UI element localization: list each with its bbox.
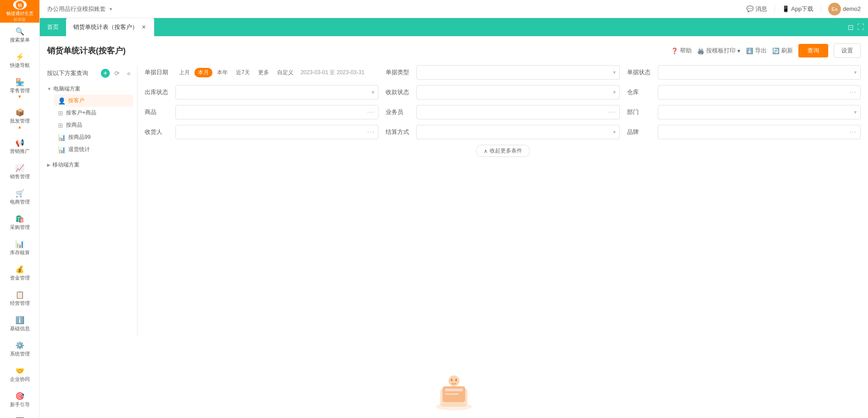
goods-control[interactable]: ··· <box>175 105 378 119</box>
sidebar-item-quicknav[interactable]: ⚡ 快捷导航 <box>0 48 39 73</box>
payment-status-arrow: ▾ <box>613 89 616 95</box>
sidebar-item-appcenter[interactable]: 🔲 应用中心 <box>0 413 39 418</box>
scheme-item-goods99[interactable]: 📊 按商品99 <box>54 131 133 143</box>
tab-maximize-icon[interactable]: ⛶ <box>857 23 864 31</box>
scheme-item-customer-goods[interactable]: ⊞ 按客户+商品 <box>54 107 133 119</box>
app-download-label: App下载 <box>791 5 813 13</box>
refresh-button[interactable]: 🔄 刷新 <box>772 47 793 55</box>
refresh-icon: 🔄 <box>772 48 779 54</box>
settings-button[interactable]: 设置 <box>834 43 861 58</box>
scheme-add-button[interactable]: + <box>101 69 110 78</box>
date-tab-thisyear[interactable]: 本年 <box>213 68 231 77</box>
scheme-refresh-button[interactable]: ⟳ <box>113 69 122 78</box>
warehouse-label: 仓库 <box>627 88 654 96</box>
help-label: 帮助 <box>680 47 692 55</box>
date-tab-more[interactable]: 更多 <box>255 68 273 77</box>
filter-settlement: 结算方式 ▾ <box>386 125 619 139</box>
out-status-control[interactable]: ▾ <box>175 85 378 100</box>
receiver-control[interactable]: ··· <box>175 125 378 139</box>
date-tab-custom[interactable]: 自定义 <box>274 68 297 77</box>
sidebar-item-ecommerce[interactable]: 🛒 电商管理 <box>0 185 39 210</box>
filter-row-4: 收货人 ··· 结算方式 ▾ <box>145 125 861 139</box>
warehouse-control[interactable]: ··· <box>658 85 861 100</box>
doc-type-control[interactable]: ▾ <box>416 65 619 80</box>
print-dropdown-icon[interactable]: ▾ <box>737 48 741 54</box>
sidebar-label-inventory: 库存核算 <box>10 249 30 256</box>
sidebar-item-retail[interactable]: 🏪 零售管理 ▼ <box>0 73 39 104</box>
doc-status-arrow: ▾ <box>854 69 857 76</box>
collapse-button[interactable]: ∧ 收起更多条件 <box>476 145 530 157</box>
scheme-item-return[interactable]: 📊 退货统计 <box>54 143 133 156</box>
settlement-label: 结算方式 <box>386 128 413 136</box>
print-icon: 🖨️ <box>697 48 704 54</box>
date-tab-lastmonth[interactable]: 上月 <box>175 68 193 77</box>
message-button[interactable]: 💬 消息 <box>746 5 767 13</box>
sidebar-item-finance[interactable]: 💰 资金管理 <box>0 261 39 286</box>
staff-control[interactable]: ··· <box>416 105 619 119</box>
sidebar-item-wholesale[interactable]: 📦 批发管理 ▲ <box>0 104 39 134</box>
mobile-group-expand-icon: ▶ <box>47 162 51 167</box>
tab-close-icon[interactable]: ✕ <box>141 24 147 30</box>
export-button[interactable]: ⬇️ 导出 <box>746 47 767 55</box>
dept-arrow: ▾ <box>854 109 857 115</box>
search-icon: 🔍 <box>15 27 24 36</box>
sidebar-item-search[interactable]: 🔍 搜索菜单 <box>0 23 39 48</box>
app-download-button[interactable]: 📱 App下载 <box>782 5 813 13</box>
collab-icon: 🤝 <box>15 366 24 375</box>
sidebar-item-marketing[interactable]: 📢 营销推广 <box>0 134 39 159</box>
scheme-group-desktop-title[interactable]: ▼ 电脑端方案 <box>47 83 133 95</box>
sidebar-item-inventory[interactable]: 📊 库存核算 <box>0 235 39 261</box>
scheme-group-desktop: ▼ 电脑端方案 👤 按客户 ⊞ 按客户+商品 <box>47 83 133 156</box>
scheme-item-customer[interactable]: 👤 按客户 <box>54 95 133 107</box>
doc-status-control[interactable]: ▾ <box>658 65 861 80</box>
scheme-item-goods[interactable]: ⊞ 按商品 <box>54 119 133 131</box>
date-filter-label: 单据日期 <box>145 68 172 76</box>
sidebar-item-basic[interactable]: ℹ️ 基础信息 <box>0 311 39 337</box>
app-logo: 畅 畅捷通好生意 标准版 <box>0 0 40 23</box>
sidebar-item-purchase[interactable]: 🛍️ 采购管理 <box>0 210 39 235</box>
home-tab-label: 首页 <box>47 23 59 31</box>
payment-status-control[interactable]: ▾ <box>416 85 619 100</box>
sidebar-label-operation: 经营管理 <box>10 300 30 307</box>
sidebar-item-system[interactable]: ⚙️ 系统管理 <box>0 337 39 362</box>
date-tab-7days[interactable]: 近7天 <box>232 68 254 77</box>
return-scheme-label: 退货统计 <box>68 146 90 153</box>
out-status-label: 出库状态 <box>145 88 172 96</box>
export-label: 导出 <box>755 47 767 55</box>
settlement-control[interactable]: ▾ <box>416 125 619 139</box>
scheme-group-mobile-title[interactable]: ▶ 移动端方案 <box>47 159 133 171</box>
user-menu[interactable]: Ea demo2 <box>828 3 861 15</box>
svg-point-8 <box>451 379 453 381</box>
sidebar-label-purchase: 采购管理 <box>10 224 30 231</box>
filter-out-status: 出库状态 ▾ <box>145 85 378 100</box>
customer-scheme-icon: 👤 <box>58 97 66 104</box>
tab-minimize-icon[interactable]: ⊡ <box>848 23 854 32</box>
goods-dots: ··· <box>367 108 374 116</box>
tab-sales-stat[interactable]: 销货单统计表（按客户） ✕ <box>66 18 154 36</box>
message-icon: 💬 <box>746 5 754 12</box>
main-content: 办公用品行业模拟账套 ▾ 💬 消息 📱 App下载 Ea demo2 <box>40 0 868 418</box>
filter-dept: 部门 ▾ <box>627 105 861 119</box>
brand-control[interactable]: ··· <box>658 125 861 139</box>
operation-icon: 📋 <box>15 290 24 299</box>
return-scheme-icon: 📊 <box>58 146 66 153</box>
sidebar-item-operation[interactable]: 📋 经营管理 <box>0 286 39 311</box>
topbar-title: 办公用品行业模拟账套 <box>47 5 106 13</box>
sidebar-item-guide[interactable]: 🎯 新手引导 <box>0 387 39 413</box>
tab-home[interactable]: 首页 <box>40 18 66 36</box>
sidebar-item-sales[interactable]: 📈 销售管理 <box>0 159 39 185</box>
doc-type-label: 单据类型 <box>386 68 413 76</box>
query-button[interactable]: 查询 <box>798 44 828 57</box>
dept-label: 部门 <box>627 108 654 116</box>
filter-brand: 品牌 ··· <box>627 125 861 139</box>
print-button[interactable]: 🖨️ 按模板打印 ▾ <box>697 47 741 55</box>
sidebar-item-collab[interactable]: 🤝 企业协同 <box>0 362 39 387</box>
topbar-divider <box>774 5 775 13</box>
help-button[interactable]: ❓ 帮助 <box>671 47 692 55</box>
topbar-left: 办公用品行业模拟账套 ▾ <box>47 5 112 13</box>
dept-control[interactable]: ▾ <box>658 105 861 119</box>
avatar: Ea <box>828 3 841 15</box>
scheme-collapse-button[interactable]: « <box>124 69 133 78</box>
date-tab-thismonth[interactable]: 本月 <box>194 68 212 77</box>
topbar-dropdown-icon[interactable]: ▾ <box>109 6 112 12</box>
